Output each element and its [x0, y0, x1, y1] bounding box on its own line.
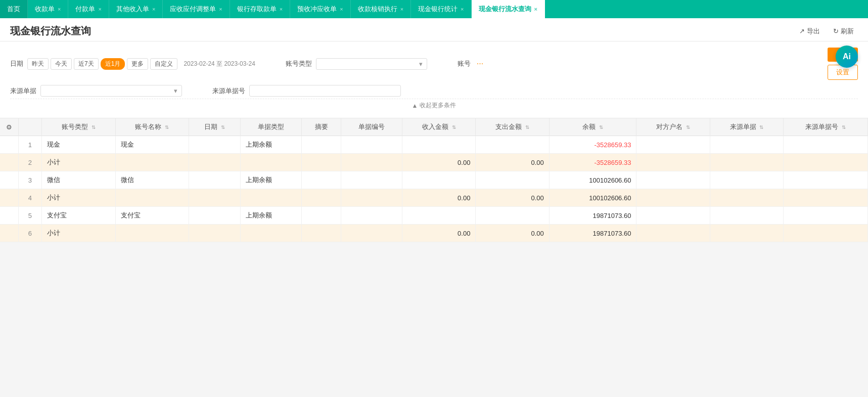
source-doc-filter-group: 来源单据 ▾ [10, 85, 182, 97]
column-summary: 摘要 [302, 118, 341, 136]
row-cell-account-name: 支付宝 [115, 207, 189, 225]
table-row[interactable]: 6 小计 0.00 0.00 19871073.60 [0, 225, 868, 242]
close-icon[interactable]: × [152, 6, 155, 12]
table-row[interactable]: 1 现金 现金 上期余额 -3528659.33 [0, 136, 868, 154]
row-cell-expense: 0.00 [476, 189, 549, 207]
close-icon[interactable]: × [400, 6, 403, 12]
row-cell-source-doc-no [784, 154, 868, 171]
top-navigation: 首页 收款单 × 付款单 × 其他收入单 × 应收应付调整单 × 银行存取款单 … [0, 0, 868, 18]
row-cell-doc-type: 上期余额 [241, 136, 302, 154]
nav-tab-ar-ap-adjust[interactable]: 应收应付调整单 × [163, 0, 230, 18]
column-income[interactable]: 收入金额 ⇅ [402, 118, 476, 136]
source-doc-num-input[interactable] [249, 85, 401, 97]
date-btn-1month[interactable]: 近1月 [101, 58, 125, 70]
column-doc-no: 单据编号 [341, 118, 402, 136]
row-cell-doc-type: 上期余额 [241, 207, 302, 225]
row-cell-account-name: 现金 [115, 136, 189, 154]
column-date[interactable]: 日期 ⇅ [189, 118, 240, 136]
sort-icon: ⇅ [165, 124, 169, 130]
row-cell-doc-type [241, 225, 302, 242]
export-icon: ↗ [799, 27, 805, 35]
date-btn-custom[interactable]: 自定义 [150, 58, 177, 70]
refresh-button[interactable]: ↻ 刷新 [829, 25, 858, 38]
nav-tab-cash-stat[interactable]: 现金银行统计 × [411, 0, 471, 18]
date-btn-today[interactable]: 今天 [51, 58, 72, 70]
row-cell-balance: 19871073.60 [549, 207, 636, 225]
table-row[interactable]: 4 小计 0.00 0.00 100102606.60 [0, 189, 868, 207]
account-filter-group: 账号 ··· [458, 59, 485, 68]
row-cell-account-name [115, 225, 189, 242]
table-row[interactable]: 2 小计 0.00 0.00 -3528659.33 [0, 154, 868, 171]
export-button[interactable]: ↗ 导出 [795, 25, 824, 38]
table-row[interactable]: 5 支付宝 支付宝 上期余额 19871073.60 [0, 207, 868, 225]
column-expense[interactable]: 支出金额 ⇅ [476, 118, 549, 136]
row-cell-income [402, 207, 476, 225]
source-doc-label: 来源单据 [10, 86, 36, 96]
row-cell-source-doc [710, 189, 783, 207]
chevron-down-icon: ▾ [174, 87, 177, 95]
source-doc-select[interactable]: ▾ [40, 85, 182, 97]
nav-tab-receipt[interactable]: 收款单 × [28, 0, 68, 18]
close-icon[interactable]: × [461, 6, 464, 12]
row-cell-gear [0, 189, 18, 207]
row-cell-index: 1 [18, 136, 42, 154]
nav-tab-receipt-verify[interactable]: 收款核销执行 × [351, 0, 411, 18]
row-cell-summary [302, 136, 341, 154]
table-header-row: ⚙ 账号类型 ⇅ 账号名称 ⇅ 日期 ⇅ 单据类型 摘要 [0, 118, 868, 136]
page-header: 现金银行流水查询 ↗ 导出 ↻ 刷新 [0, 18, 868, 41]
row-cell-date [189, 189, 240, 207]
filter-row-1: 日期 昨天 今天 近7天 近1月 更多 自定义 2023-02-24 至 202… [10, 48, 858, 80]
row-cell-doc-no [341, 171, 402, 189]
column-account-name[interactable]: 账号名称 ⇅ [115, 118, 189, 136]
row-cell-gear [0, 225, 18, 242]
account-more-button[interactable]: ··· [475, 59, 485, 68]
nav-tab-home[interactable]: 首页 [0, 0, 28, 18]
date-btn-7days[interactable]: 近7天 [74, 58, 99, 70]
row-cell-balance: -3528659.33 [549, 136, 636, 154]
close-icon[interactable]: × [219, 6, 222, 12]
close-icon[interactable]: × [98, 6, 101, 12]
nav-tab-cash-flow[interactable]: 现金银行流水查询 × [472, 0, 545, 18]
close-icon[interactable]: × [280, 6, 283, 12]
row-cell-counterparty [636, 189, 710, 207]
nav-tab-other-income[interactable]: 其他收入单 × [109, 0, 163, 18]
chevron-down-icon: ▾ [419, 60, 423, 68]
source-doc-num-label: 来源单据号 [212, 86, 245, 96]
close-icon[interactable]: × [340, 6, 343, 12]
page-title: 现金银行流水查询 [10, 24, 91, 38]
row-cell-source-doc-no [784, 225, 868, 242]
row-cell-counterparty [636, 171, 710, 189]
nav-tab-bank-deposit[interactable]: 银行存取款单 × [230, 0, 290, 18]
nav-tab-payment[interactable]: 付款单 × [68, 0, 109, 18]
column-counterparty[interactable]: 对方户名 ⇅ [636, 118, 710, 136]
refresh-icon: ↻ [833, 27, 839, 35]
close-icon[interactable]: × [58, 6, 61, 12]
sort-icon: ⇅ [452, 124, 456, 130]
date-btn-more[interactable]: 更多 [127, 58, 148, 70]
row-cell-expense [476, 171, 549, 189]
row-cell-summary [302, 207, 341, 225]
row-cell-source-doc [710, 225, 783, 242]
table-row[interactable]: 3 微信 微信 上期余额 100102606.60 [0, 171, 868, 189]
row-cell-doc-no [341, 225, 402, 242]
column-source-doc-no[interactable]: 来源单据号 ⇅ [784, 118, 868, 136]
row-cell-summary [302, 154, 341, 171]
row-cell-summary [302, 225, 341, 242]
row-cell-counterparty [636, 207, 710, 225]
column-balance[interactable]: 余额 ⇅ [549, 118, 636, 136]
ai-assistant-button[interactable]: Ai [836, 46, 858, 68]
nav-tab-prepay[interactable]: 预收冲应收单 × [290, 0, 350, 18]
row-cell-account-name: 微信 [115, 171, 189, 189]
account-type-label: 账号类型 [286, 59, 312, 68]
row-cell-doc-no [341, 154, 402, 171]
collapse-bar[interactable]: ▲ 收起更多条件 [10, 99, 858, 112]
close-icon[interactable]: × [534, 6, 537, 12]
account-label: 账号 [458, 59, 471, 68]
row-cell-account-type: 现金 [42, 136, 115, 154]
row-cell-account-type: 小计 [42, 225, 115, 242]
column-gear[interactable]: ⚙ [0, 118, 18, 136]
date-btn-yesterday[interactable]: 昨天 [27, 58, 49, 70]
account-type-select[interactable]: ▾ [316, 58, 427, 70]
column-source-doc[interactable]: 来源单据 ⇅ [710, 118, 783, 136]
column-account-type[interactable]: 账号类型 ⇅ [42, 118, 115, 136]
